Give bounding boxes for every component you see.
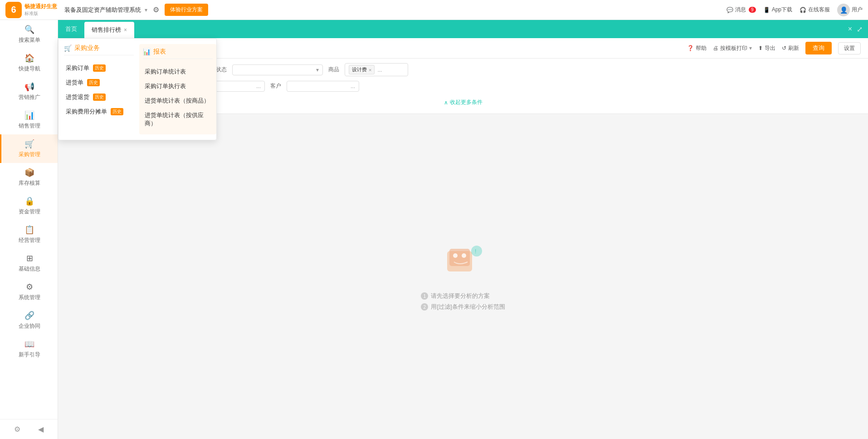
stock-return-label: 进货退货 (66, 93, 89, 101)
menu-col-report-title: 📊 报表 (143, 48, 213, 59)
purchase-fee-label: 采购费用分摊单 (66, 108, 107, 116)
menu-col-report: 📊 报表 采购订单统计表 采购订单执行表 进货单统计表（按商品） 进货单统计表（… (139, 44, 216, 134)
purchase-order-history: 历史 (93, 64, 106, 72)
menu-item-purchase-order-report[interactable]: 采购订单统计表 (143, 64, 213, 79)
menu-item-purchase-fee[interactable]: 采购费用分摊单 历史 (64, 104, 134, 119)
stock-in-label: 进货单 (66, 79, 83, 87)
stock-in-product-report-label: 进货单统计表（按商品） (145, 97, 210, 105)
purchase-order-label: 采购订单 (66, 64, 89, 72)
purchase-order-report-label: 采购订单统计表 (145, 68, 186, 76)
menu-item-purchase-order-exec[interactable]: 采购订单执行表 (143, 79, 213, 94)
stock-in-supplier-report-label: 进货单统计表（按供应商） (145, 111, 211, 128)
menu-item-stock-return[interactable]: 进货退货 历史 (64, 90, 134, 104)
menu-item-stock-in[interactable]: 进货单 历史 (64, 75, 134, 90)
menu-col-purchase: 🛒 采购业务 采购订单 历史 进货单 历史 进货退货 历史 采购费用分摊单 历史 (59, 44, 139, 134)
purchase-order-exec-label: 采购订单执行表 (145, 82, 186, 90)
stock-return-history: 历史 (93, 94, 106, 101)
menu-item-purchase-order[interactable]: 采购订单 历史 (64, 61, 134, 75)
stock-in-history: 历史 (87, 79, 100, 86)
purchase-dropdown-menu: 🛒 采购业务 采购订单 历史 进货单 历史 进货退货 历史 采购费用分摊单 历史 (58, 38, 217, 140)
purchase-menu-icon: 🛒 (64, 44, 72, 52)
menu-columns: 🛒 采购业务 采购订单 历史 进货单 历史 进货退货 历史 采购费用分摊单 历史 (59, 44, 216, 134)
purchase-fee-history: 历史 (111, 108, 123, 115)
menu-col-purchase-title: 🛒 采购业务 (64, 44, 134, 55)
menu-item-stock-in-supplier-report[interactable]: 进货单统计表（按供应商） (143, 108, 213, 131)
report-menu-icon: 📊 (143, 48, 151, 55)
menu-item-stock-in-product-report[interactable]: 进货单统计表（按商品） (143, 94, 213, 108)
